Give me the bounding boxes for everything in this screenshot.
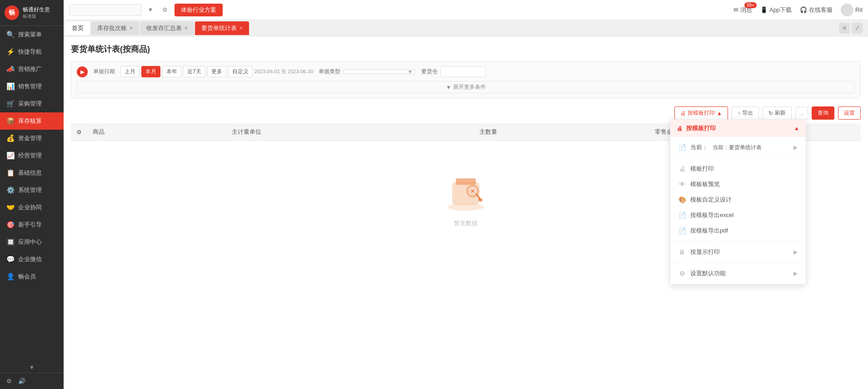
default-func-icon: ⚙ <box>678 270 686 277</box>
current-template-name: 当前：要货单统计表 <box>713 144 762 152</box>
col-settings-header[interactable]: ⚙ <box>71 123 87 141</box>
sidebar-item-guide[interactable]: 🎯 新手引导 <box>0 216 64 233</box>
sidebar-item-system[interactable]: ⚙️ 系统管理 <box>0 182 64 199</box>
query-btn[interactable]: 查询 <box>812 106 834 120</box>
tab-inventory-batch[interactable]: 库存批次账 × <box>91 21 139 35</box>
settings-btn[interactable]: 设置 <box>838 106 861 120</box>
app-download-btn[interactable]: 📱 App下载 <box>760 6 792 14</box>
print-dropdown-header[interactable]: 🖨 按模板打印 ▲ <box>670 120 806 137</box>
sidebar-nav: 🔍 搜索菜单 ⚡ 快捷导航 📣 营销推广 📊 销售管理 🛒 采购管理 📦 库存核… <box>0 26 64 362</box>
date-btn-this-year[interactable]: 本年 <box>162 66 181 77</box>
sidebar-item-purchase[interactable]: 🛒 采购管理 <box>0 95 64 112</box>
close-tab-receipt-summary[interactable]: × <box>185 25 188 31</box>
sidebar-scroll-down[interactable]: ▼ <box>0 362 64 373</box>
wechat-icon: 💬 <box>6 255 15 263</box>
date-filter-label: 单据日期 <box>93 68 115 76</box>
messages-btn[interactable]: ✉ 消息 99+ <box>733 6 752 14</box>
tab-home[interactable]: 首页 <box>65 21 90 35</box>
display-chevron-right-icon: ▶ <box>793 249 798 255</box>
date-btn-7days[interactable]: 近7天 <box>183 66 205 77</box>
template-design-item[interactable]: 🎨 模板自定义设计 <box>670 192 806 207</box>
maximize-tabs-btn[interactable]: ⤢ <box>852 23 863 34</box>
filter-row: ▶ 单据日期 上月 本月 本年 近7天 更多 自定义 2023-06-01 至 … <box>77 66 855 77</box>
sidebar-bottom: ⚙ 🔊 <box>0 373 64 389</box>
type-filter: 单据类型 ▼ <box>319 68 416 76</box>
guide-icon: 🎯 <box>6 221 15 229</box>
default-func-item[interactable]: ⚙ 设置默认功能 ▶ <box>670 266 806 281</box>
template-print-item[interactable]: 🖨 模板打印 <box>670 161 806 177</box>
date-btn-last-month[interactable]: 上月 <box>120 66 140 77</box>
export-pdf-item[interactable]: 📄 按模板导出pdf <box>670 223 806 238</box>
sidebar-item-quick-nav[interactable]: ⚡ 快捷导航 <box>0 43 64 61</box>
sidebar-item-collab[interactable]: 🤝 企业协同 <box>0 199 64 216</box>
sidebar-item-marketing[interactable]: 📣 营销推广 <box>0 61 64 78</box>
trial-btn[interactable]: 体验行业方案 <box>175 4 223 16</box>
print-header-icon: 🖨 <box>677 125 683 132</box>
export-pdf-icon: 📄 <box>678 227 686 234</box>
settings-icon[interactable]: ⚙ <box>6 378 12 384</box>
type-select[interactable]: ▼ <box>343 70 416 74</box>
type-filter-label: 单据类型 <box>319 68 340 76</box>
date-btn-custom[interactable]: 自定义 <box>228 66 253 77</box>
empty-illustration <box>439 168 493 214</box>
main-area: ▼ ⚙ 体验行业方案 ✉ 消息 99+ 📱 App下载 🎧 在线客服 Rit <box>64 0 868 389</box>
date-btn-more[interactable]: 更多 <box>207 66 226 77</box>
sidebar-item-apps[interactable]: 🔲 应用中心 <box>0 233 64 251</box>
operations-icon: 📈 <box>6 152 15 160</box>
download-icon: 📱 <box>760 6 768 13</box>
sidebar-item-operations[interactable]: 📈 经营管理 <box>0 147 64 164</box>
close-tab-order-stats[interactable]: × <box>239 25 243 31</box>
sidebar-item-search[interactable]: 🔍 搜索菜单 <box>0 26 64 43</box>
topbar-search-input[interactable] <box>69 4 142 16</box>
sidebar-item-member[interactable]: 👤 畅会员 <box>0 268 64 285</box>
default-func-section: ⚙ 设置默认功能 ▶ <box>670 263 806 284</box>
export-excel-icon: 📄 <box>678 212 686 219</box>
export-btn[interactable]: ↑ 导出 <box>732 106 759 120</box>
empty-text: 暂无数据 <box>454 219 478 227</box>
template-print-icon: 🖨 <box>678 165 686 172</box>
tab-receipt-summary[interactable]: 收发存汇总表 × <box>140 21 194 35</box>
current-template-item[interactable]: 📄 当前： 当前：要货单统计表 ▶ <box>670 140 806 155</box>
close-all-tabs-btn[interactable]: ✕ <box>839 23 850 34</box>
refresh-icon: ↻ <box>768 110 773 116</box>
chevron-right-icon: ▶ <box>793 144 798 151</box>
print-chevron-up: ▲ <box>717 110 722 116</box>
display-print-item[interactable]: 🖥 按显示打印 ▶ <box>670 244 806 260</box>
close-tab-inventory-batch[interactable]: × <box>130 25 133 31</box>
template-preview-icon: 👁 <box>678 181 686 188</box>
sidebar-item-sales[interactable]: 📊 销售管理 <box>0 78 64 95</box>
base-icon: 📋 <box>6 169 15 177</box>
tab-order-stats[interactable]: 要货单统计表 × <box>195 21 249 35</box>
sidebar-item-base[interactable]: 📋 基础信息 <box>0 164 64 182</box>
display-print-icon: 🖥 <box>678 248 686 256</box>
topbar-gear-icon[interactable]: ⚙ <box>159 4 171 16</box>
sidebar-item-finance[interactable]: 💰 资金管理 <box>0 130 64 147</box>
sidebar-item-wechat[interactable]: 💬 企业微信 <box>0 251 64 268</box>
svg-rect-2 <box>456 178 476 185</box>
search-nav-icon: 🔍 <box>6 30 15 39</box>
date-btn-this-month[interactable]: 本月 <box>141 66 160 77</box>
refresh-btn[interactable]: ↻ 刷新 <box>763 106 792 120</box>
print-dropdown: 🖨 按模板打印 ▲ 📄 当前： 当前：要货单统计表 ▶ <box>670 119 806 285</box>
goods-filter-input[interactable] <box>440 66 486 77</box>
online-service-btn[interactable]: 🎧 在线客服 <box>800 6 833 14</box>
date-buttons: 上月 本月 本年 近7天 更多 自定义 2023-06-01 至 2023-06… <box>120 66 313 77</box>
sidebar-item-inventory[interactable]: 📦 库存核算 <box>0 112 64 130</box>
topbar-search-dropdown[interactable]: ▼ <box>145 5 155 15</box>
tabs-bar: 首页 库存批次账 × 收发存汇总表 × 要货单统计表 × ✕ ⤢ <box>64 20 868 36</box>
print-template-btn[interactable]: 🖨 按模板打印 ▲ <box>674 106 728 120</box>
template-preview-item[interactable]: 👁 模板板预览 <box>670 177 806 192</box>
collab-icon: 🤝 <box>6 203 15 212</box>
page-content: 要货单统计表(按商品) ▶ 单据日期 上月 本月 本年 近7天 更多 自定义 2… <box>64 36 868 389</box>
expand-more-btn[interactable]: ▼ 展开更多条件 <box>77 81 855 93</box>
sales-icon: 📊 <box>6 82 15 91</box>
audio-icon[interactable]: 🔊 <box>18 378 25 384</box>
filter-expand-btn[interactable]: ▶ <box>77 66 88 77</box>
page-title: 要货单统计表(按商品) <box>71 44 861 55</box>
headset-icon: 🎧 <box>800 6 807 13</box>
export-excel-item[interactable]: 📄 按模板导出excel <box>670 207 806 223</box>
dropdown-chevron-up-icon: ▲ <box>794 125 799 131</box>
printer-icon: 🖨 <box>680 110 686 116</box>
user-avatar[interactable]: Rit <box>841 4 863 16</box>
more-actions-btn[interactable]: ... <box>795 107 808 120</box>
